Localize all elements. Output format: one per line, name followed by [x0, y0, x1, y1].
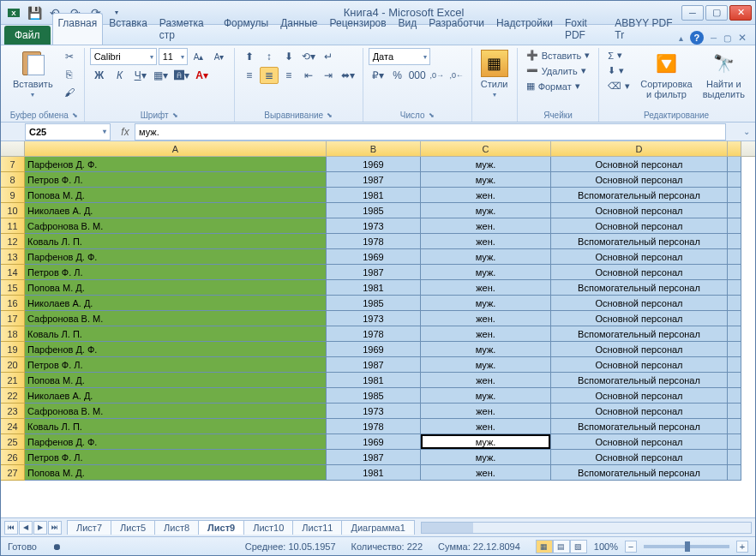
- excel-icon[interactable]: X: [4, 3, 23, 22]
- clipboard-dialog-launcher[interactable]: ⬊: [72, 111, 78, 119]
- sheet-nav-last[interactable]: ⏭: [48, 521, 62, 535]
- horizontal-scrollbar[interactable]: [421, 522, 752, 534]
- cell[interactable]: Сафронова В. М.: [25, 404, 327, 419]
- table-row[interactable]: 19Парфенов Д. Ф.1969муж.Основной персона…: [1, 342, 755, 357]
- cell[interactable]: Основной персонал: [551, 434, 728, 450]
- zoom-in-button[interactable]: +: [736, 541, 748, 553]
- cell[interactable]: жен.: [421, 311, 551, 326]
- grid-rows[interactable]: 7Парфенов Д. Ф.1969муж.Основной персонал…: [1, 157, 755, 517]
- cell[interactable]: муж.: [421, 249, 551, 265]
- autosum-button[interactable]: Σ▾: [604, 48, 633, 63]
- ribbon-tab-6[interactable]: Вид: [393, 13, 423, 45]
- cell[interactable]: жен.: [421, 465, 551, 481]
- table-row[interactable]: 24Коваль Л. П.1978жен.Вспомогательный пе…: [1, 419, 755, 434]
- cut-icon[interactable]: ✂: [60, 48, 79, 65]
- cell[interactable]: [728, 218, 741, 234]
- cell[interactable]: жен.: [421, 234, 551, 249]
- cell[interactable]: Николаев А. Д.: [25, 388, 327, 404]
- underline-icon[interactable]: Ч▾: [131, 67, 150, 84]
- cell[interactable]: Вспомогательный персонал: [551, 465, 728, 481]
- delete-cells-button[interactable]: ➖Удалить ▾: [523, 63, 594, 78]
- paste-button[interactable]: Вставить ▾: [9, 48, 57, 100]
- cell[interactable]: 1978: [327, 419, 421, 434]
- cell[interactable]: Вспомогательный персонал: [551, 188, 728, 203]
- row-header[interactable]: 8: [1, 172, 25, 188]
- select-all-corner[interactable]: [1, 141, 25, 156]
- cell[interactable]: 1985: [327, 388, 421, 404]
- cell[interactable]: Основной персонал: [551, 249, 728, 265]
- indent-inc-icon[interactable]: ⇥: [319, 67, 338, 84]
- indent-dec-icon[interactable]: ⇤: [299, 67, 318, 84]
- table-row[interactable]: 26Петров Ф. Л.1987муж.Основной персонал: [1, 450, 755, 465]
- cell[interactable]: жен.: [421, 280, 551, 296]
- minimize-ribbon-icon[interactable]: ▴: [679, 33, 683, 43]
- col-header-D[interactable]: D: [551, 141, 728, 156]
- cell[interactable]: 1969: [327, 434, 421, 450]
- cell[interactable]: Основной персонал: [551, 450, 728, 465]
- cell[interactable]: жен.: [421, 373, 551, 388]
- cell[interactable]: 1985: [327, 203, 421, 218]
- merge-icon[interactable]: ⬌▾: [339, 67, 357, 84]
- cell[interactable]: 1987: [327, 172, 421, 188]
- cell[interactable]: Попова М. Д.: [25, 280, 327, 296]
- cell[interactable]: 1969: [327, 157, 421, 172]
- cell[interactable]: муж.: [421, 357, 551, 373]
- view-normal-icon[interactable]: ▦: [536, 540, 553, 553]
- sheet-nav-prev[interactable]: ◀: [19, 521, 33, 535]
- cell[interactable]: Коваль Л. П.: [25, 419, 327, 434]
- cell[interactable]: [728, 434, 741, 450]
- cell[interactable]: [728, 465, 741, 481]
- row-header[interactable]: 23: [1, 404, 25, 419]
- cell[interactable]: жен.: [421, 326, 551, 342]
- cell[interactable]: [728, 234, 741, 249]
- cell[interactable]: муж.: [421, 265, 551, 280]
- cell[interactable]: жен.: [421, 404, 551, 419]
- cell[interactable]: Вспомогательный персонал: [551, 280, 728, 296]
- align-center-icon[interactable]: ≣: [260, 67, 279, 84]
- table-row[interactable]: 14Петров Ф. Л.1987муж.Основной персонал: [1, 265, 755, 280]
- table-row[interactable]: 7Парфенов Д. Ф.1969муж.Основной персонал: [1, 157, 755, 172]
- row-header[interactable]: 26: [1, 450, 25, 465]
- ribbon-tab-5[interactable]: Рецензиров: [323, 13, 392, 45]
- fill-color-icon[interactable]: 🅰▾: [172, 67, 191, 84]
- zoom-out-button[interactable]: −: [625, 541, 637, 553]
- cell[interactable]: [728, 203, 741, 218]
- cell[interactable]: муж.: [421, 450, 551, 465]
- cell[interactable]: 1973: [327, 218, 421, 234]
- cell[interactable]: Парфенов Д. Ф.: [25, 157, 327, 172]
- row-header[interactable]: 10: [1, 203, 25, 218]
- row-header[interactable]: 9: [1, 188, 25, 203]
- cell[interactable]: [728, 450, 741, 465]
- sheet-tab[interactable]: Лист8: [154, 520, 199, 535]
- cell[interactable]: Основной персонал: [551, 265, 728, 280]
- row-header[interactable]: 20: [1, 357, 25, 373]
- cell[interactable]: Вспомогательный персонал: [551, 326, 728, 342]
- save-icon[interactable]: 💾: [25, 3, 44, 22]
- cell[interactable]: [728, 373, 741, 388]
- table-row[interactable]: 12Коваль Л. П.1978жен.Вспомогательный пе…: [1, 234, 755, 249]
- ribbon-tab-8[interactable]: Надстройки: [490, 13, 559, 45]
- table-row[interactable]: 22Николаев А. Д.1985муж.Основной персона…: [1, 388, 755, 404]
- cell[interactable]: Николаев А. Д.: [25, 296, 327, 311]
- cell[interactable]: Основной персонал: [551, 342, 728, 357]
- clear-button[interactable]: ⌫▾: [604, 79, 633, 93]
- cell[interactable]: [728, 280, 741, 296]
- row-header[interactable]: 11: [1, 218, 25, 234]
- row-header[interactable]: 16: [1, 296, 25, 311]
- row-header[interactable]: 17: [1, 311, 25, 326]
- wrap-text-icon[interactable]: ↵: [319, 48, 338, 65]
- cell[interactable]: [728, 188, 741, 203]
- cell[interactable]: 1981: [327, 465, 421, 481]
- file-tab[interactable]: Файл: [4, 26, 51, 45]
- border-icon[interactable]: ▦▾: [152, 67, 171, 84]
- ribbon-tab-4[interactable]: Данные: [274, 13, 323, 45]
- cell[interactable]: Основной персонал: [551, 157, 728, 172]
- sheet-tab[interactable]: Диаграмма1: [341, 520, 414, 535]
- grow-font-icon[interactable]: A▴: [189, 48, 208, 65]
- cell[interactable]: [728, 388, 741, 404]
- cell[interactable]: Парфенов Д. Ф.: [25, 434, 327, 450]
- row-header[interactable]: 18: [1, 326, 25, 342]
- row-header[interactable]: 25: [1, 434, 25, 450]
- cell[interactable]: муж.: [421, 203, 551, 218]
- cell[interactable]: Вспомогательный персонал: [551, 373, 728, 388]
